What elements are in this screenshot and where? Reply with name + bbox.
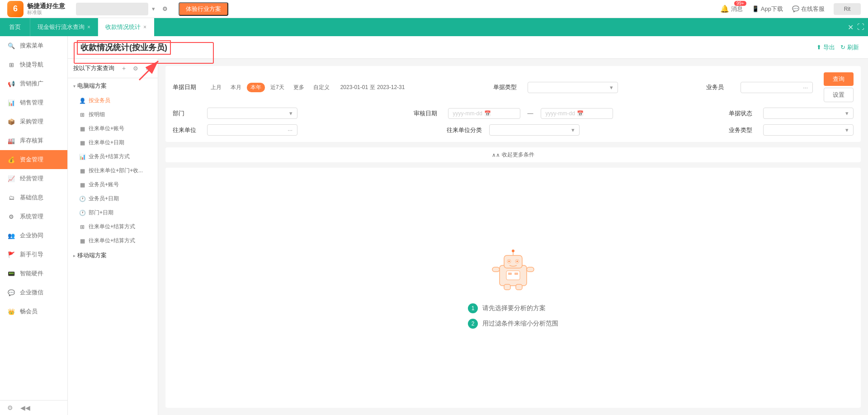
panel-settings-btn[interactable]: ⚙: [131, 63, 141, 73]
sales-icon: 📊: [7, 99, 15, 107]
dept-select[interactable]: ▾: [207, 108, 297, 119]
user-avatar[interactable]: Rit: [834, 3, 861, 15]
calendar-end-icon[interactable]: 📅: [577, 110, 584, 117]
review-date-end[interactable]: yyyy-mm-dd 📅: [541, 108, 613, 119]
panel-title: 按以下方案查询: [73, 64, 116, 72]
calendar-start-icon[interactable]: 📅: [484, 110, 491, 117]
app-name: 畅捷通好生意: [27, 2, 65, 10]
tree-item-partner-settlement2[interactable]: ▦ 往来单位+结算方式: [68, 234, 158, 248]
empty-illustration: [486, 247, 540, 292]
type-label: 单据类型: [493, 83, 520, 91]
notification-badge: 99+: [734, 1, 746, 6]
content-area: 按以下方案查询 + ⚙ « ▾ 电脑端方案 👤 按业务员: [68, 59, 868, 415]
tree-desktop: ▾ 电脑端方案 👤 按业务员 ⊞ 按明细 ▦ 往来单位+账号: [68, 78, 158, 248]
app-download-btn[interactable]: 📱 App下载: [752, 5, 783, 13]
salesperson-label: 业务员: [706, 83, 733, 91]
date-tab-this-month[interactable]: 本月: [227, 83, 245, 92]
tab-home[interactable]: 首页: [0, 18, 30, 36]
sidebar-item-enterprise[interactable]: 👥 企业协同: [0, 226, 67, 245]
sidebar-item-inventory[interactable]: 🏭 库存核算: [0, 131, 67, 150]
sidebar-item-sales[interactable]: 📊 销售管理: [0, 93, 67, 112]
table2-icon: ▦: [79, 139, 86, 146]
date-tab-custom[interactable]: 自定义: [310, 83, 333, 92]
export-btn[interactable]: ⬆ 导出: [816, 43, 835, 52]
partner-select[interactable]: ···: [207, 124, 297, 136]
sidebar-collapse-icon[interactable]: ◀◀: [20, 404, 30, 411]
tree-mobile: ▸ 移动端方案: [68, 248, 158, 263]
tree-parent-desktop[interactable]: ▾ 电脑端方案: [68, 78, 158, 94]
doc-status-select[interactable]: ▾: [763, 108, 854, 119]
empty-step-2: 2 用过滤条件来缩小分析范围: [468, 319, 558, 329]
sidebar-item-operations[interactable]: 📈 经营管理: [0, 169, 67, 188]
sidebar-settings-icon[interactable]: ⚙: [7, 404, 13, 411]
sidebar-item-newbie[interactable]: 🚩 新手引导: [0, 245, 67, 264]
main-content: 收款情况统计(按业务员) ⬆ 导出 ↻ 刷新 按以下方案查询 +: [68, 36, 868, 415]
partner-cat-arrow: ▾: [571, 127, 575, 133]
sidebar-item-marketing[interactable]: 📢 营销推广: [0, 74, 67, 93]
tab-close-receipt[interactable]: ×: [143, 24, 146, 30]
tree-parent-mobile[interactable]: ▸ 移动端方案: [68, 248, 158, 263]
refresh-btn[interactable]: ↻ 刷新: [840, 43, 859, 52]
settings-btn[interactable]: 设置: [824, 88, 854, 102]
tree-item-detail[interactable]: ⊞ 按明细: [68, 108, 158, 122]
breadcrumb-dropdown[interactable]: ▾: [152, 5, 155, 12]
tab-close-bank[interactable]: ×: [87, 24, 90, 30]
tree-item-by-salesperson[interactable]: 👤 按业务员: [68, 94, 158, 108]
tree-arrow-mobile: ▸: [73, 253, 75, 258]
tree-item-dept-date[interactable]: 🕐 部门+日期: [68, 206, 158, 220]
date-tab-more[interactable]: 更多: [290, 83, 308, 92]
panel-header-icons: + ⚙ «: [119, 63, 152, 73]
sidebar-item-purchase[interactable]: 📦 采购管理: [0, 112, 67, 131]
enterprise-icon: 👥: [7, 231, 15, 240]
sidebar-item-search-menu[interactable]: 🔍 搜索菜单: [0, 36, 67, 55]
tab-receipt-stats[interactable]: 收款情况统计 ×: [98, 18, 154, 36]
sidebar-item-finance[interactable]: 💰 资金管理: [0, 150, 67, 169]
sidebar-item-quick-nav[interactable]: ⊞ 快捷导航: [0, 55, 67, 74]
tab-close-all-icon[interactable]: ✕: [848, 23, 854, 32]
app-logo: 6: [7, 1, 24, 17]
tab-bank-flow[interactable]: 现金银行流水查询 ×: [30, 18, 98, 36]
doc-type-arrow: ▾: [610, 84, 613, 91]
doc-status-arrow: ▾: [845, 110, 849, 117]
panel-collapse-btn[interactable]: «: [142, 63, 152, 73]
sidebar-item-smart-hardware[interactable]: 📟 智能硬件: [0, 264, 67, 283]
tab-expand-icon[interactable]: ⛶: [857, 23, 864, 31]
query-btn[interactable]: 查询: [824, 72, 854, 86]
date-tab-this-year[interactable]: 本年: [247, 83, 265, 92]
panel-header: 按以下方案查询 + ⚙ «: [68, 59, 158, 78]
table3-icon: ▦: [79, 167, 86, 174]
biz-type-select[interactable]: ▾: [763, 124, 854, 136]
tree-item-partner-account[interactable]: ▦ 往来单位+账号: [68, 122, 158, 136]
panel-add-btn[interactable]: +: [119, 63, 129, 73]
trial-btn[interactable]: 体验行业方案: [179, 2, 228, 16]
doc-type-select[interactable]: ▾: [528, 82, 618, 93]
tree-item-partner-date[interactable]: ▦ 往来单位+日期: [68, 136, 158, 150]
sidebar-item-system[interactable]: ⚙ 系统管理: [0, 207, 67, 226]
grid-icon: ⊞: [7, 61, 15, 69]
partner-category-select[interactable]: ▾: [489, 124, 580, 136]
clock2-icon: 🕐: [79, 209, 86, 217]
date-end: 2023-12-31: [377, 84, 405, 90]
collapse-btn[interactable]: ∧∧ 收起更多条件: [492, 151, 534, 159]
tree-item-partner-settlement1[interactable]: ⊞ 往来单位+结算方式: [68, 220, 158, 234]
collapse-bar: ∧∧ 收起更多条件: [165, 147, 861, 162]
detail-icon: ⊞: [79, 111, 86, 118]
filter-section: 单据日期 上月 本月 本年 近7天 更多 自定义 2023-01-01 至: [165, 66, 861, 142]
salesperson-dots: ···: [803, 84, 808, 91]
tree-item-salesperson-account[interactable]: ▦ 业务员+账号: [68, 178, 158, 192]
empty-steps: 1 请先选择要分析的方案 2 用过滤条件来缩小分析范围: [468, 303, 558, 329]
sidebar-item-member[interactable]: 👑 畅会员: [0, 302, 67, 321]
partner-label: 往来单位: [173, 126, 200, 134]
settings-gear-btn[interactable]: ⚙: [159, 3, 171, 15]
review-date-start[interactable]: yyyy-mm-dd 📅: [448, 108, 520, 119]
tree-item-partner-dept[interactable]: ▦ 按往来单位+部门+收...: [68, 164, 158, 178]
tree-item-salesperson-settlement[interactable]: 📊 业务员+结算方式: [68, 150, 158, 164]
sidebar-item-wechat[interactable]: 💬 企业微信: [0, 283, 67, 302]
date-tab-7days[interactable]: 近7天: [267, 83, 288, 92]
salesperson-select[interactable]: ···: [741, 82, 813, 93]
sidebar-item-basic-info[interactable]: 🗂 基础信息: [0, 188, 67, 207]
notification-btn[interactable]: 🔔 消息 99+: [720, 5, 743, 13]
tree-item-salesperson-date[interactable]: 🕐 业务员+日期: [68, 192, 158, 206]
online-service-btn[interactable]: 💬 在线客服: [792, 5, 825, 13]
date-tab-last-month[interactable]: 上月: [207, 83, 225, 92]
